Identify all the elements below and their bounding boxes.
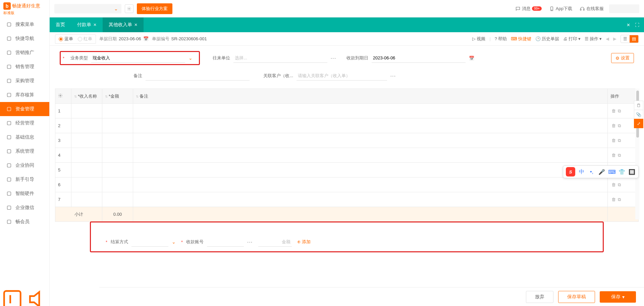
more-icon[interactable]: ···: [390, 73, 396, 79]
ime-punct-icon[interactable]: •,: [588, 168, 595, 175]
ime-skin-icon[interactable]: 👕: [618, 168, 626, 175]
ime-keyboard-icon[interactable]: ⌨: [608, 168, 615, 175]
sidebar-item-doc[interactable]: 经营管理: [0, 116, 49, 130]
sidebar-item-search[interactable]: 搜索菜单: [0, 17, 49, 32]
sidebar-item-vip[interactable]: 畅会员: [0, 215, 49, 229]
row-delete-icon[interactable]: 🗑: [610, 108, 617, 113]
view-list-icon[interactable]: ☰: [621, 35, 630, 43]
col-amount[interactable]: ⇅*金额: [102, 89, 133, 104]
sidebar-item-gift[interactable]: 营销推广: [0, 46, 49, 60]
form-area: * 业务类型 ⌄ 往来单位 ··· 收款到期日 📅: [50, 46, 644, 87]
biz-type-input[interactable]: [91, 53, 185, 63]
calendar-icon[interactable]: 📅: [143, 36, 149, 41]
tab[interactable]: 付款单✕: [71, 17, 103, 32]
float-expand-icon[interactable]: ⤢: [634, 119, 643, 128]
table-config-button[interactable]: [55, 89, 71, 104]
settle-method-input[interactable]: [131, 237, 168, 247]
table-row[interactable]: 6🗑⧉: [55, 177, 639, 192]
org-settings-button[interactable]: [125, 4, 133, 13]
radio-blue[interactable]: 蓝单: [59, 36, 73, 42]
print-button[interactable]: 🖨 打印 ▾: [563, 36, 581, 42]
sidebar-item-gear[interactable]: 系统管理: [0, 144, 49, 158]
calendar-icon[interactable]: 📅: [469, 56, 474, 61]
sidebar-item-chip[interactable]: 智能硬件: [0, 187, 49, 201]
sidebar-sound-icon[interactable]: [25, 293, 50, 306]
app-download-button[interactable]: App下载: [547, 6, 574, 12]
tab-close-icon[interactable]: ✕: [625, 21, 632, 29]
unit-input[interactable]: [233, 53, 327, 63]
shortcut-button[interactable]: ⌨ 快捷键: [511, 36, 531, 42]
user-profile[interactable]: [609, 4, 639, 13]
wechat-icon: [6, 205, 12, 211]
tab-label: 首页: [56, 22, 65, 28]
discard-button[interactable]: 放弃: [526, 291, 553, 303]
help-button[interactable]: ? 帮助: [495, 36, 507, 42]
ops-button[interactable]: ☰ 操作 ▾: [585, 36, 602, 42]
history-button[interactable]: 🕑 历史单据: [535, 36, 559, 42]
close-icon[interactable]: ✕: [134, 22, 138, 27]
more-icon[interactable]: ···: [331, 56, 336, 61]
settle-amount-input[interactable]: [258, 237, 292, 247]
row-delete-icon[interactable]: 🗑: [610, 182, 617, 187]
row-copy-icon[interactable]: ⧉: [617, 182, 622, 187]
online-service-button[interactable]: 在线客服: [578, 6, 606, 12]
table-row[interactable]: 2🗑⧉: [55, 118, 639, 133]
row-delete-icon[interactable]: 🗑: [610, 123, 617, 128]
ime-lang-button[interactable]: 中: [578, 168, 585, 175]
chevron-down-icon[interactable]: ⌄: [172, 239, 176, 245]
form-settings-button[interactable]: ⚙ 设置: [611, 53, 634, 63]
row-delete-icon[interactable]: 🗑: [610, 197, 617, 202]
sidebar-item-box[interactable]: 库存核算: [0, 88, 49, 102]
sidebar-item-money[interactable]: 资金管理: [0, 102, 49, 116]
row-copy-icon[interactable]: ⧉: [617, 108, 622, 113]
row-copy-icon[interactable]: ⧉: [617, 153, 622, 158]
chevron-down-icon[interactable]: ⌄: [189, 55, 193, 61]
ime-toolbox-icon[interactable]: 🔲: [628, 168, 636, 175]
sidebar-item-tag[interactable]: 销售管理: [0, 60, 49, 74]
table-row[interactable]: 7🗑⧉: [55, 192, 639, 207]
org-selector[interactable]: ⌄: [54, 4, 121, 13]
float-attach-icon[interactable]: 📎: [634, 110, 643, 119]
sidebar-item-rocket[interactable]: 新手引导: [0, 172, 49, 187]
table-row[interactable]: 5🗑⧉: [55, 163, 639, 177]
row-copy-icon[interactable]: ⧉: [617, 123, 622, 128]
col-income-name[interactable]: ⇅*收入名称: [71, 89, 102, 104]
experience-button[interactable]: 体验行业方案: [137, 3, 172, 14]
sidebar-item-info[interactable]: 基础信息: [0, 130, 49, 144]
sidebar-item-wechat[interactable]: 企业微信: [0, 201, 49, 215]
doc-date-value[interactable]: 2023-06-06: [119, 36, 141, 41]
sidebar-collapse-icon[interactable]: [0, 293, 25, 306]
view-form-icon[interactable]: ▤: [630, 35, 638, 43]
add-settle-button[interactable]: ⊕ 添加: [297, 239, 311, 245]
row-copy-icon[interactable]: ⧉: [617, 138, 622, 143]
prev-icon[interactable]: ◀: [606, 36, 609, 41]
sidebar-item-bag[interactable]: 采购管理: [0, 74, 49, 88]
ime-toolbar[interactable]: S 中 •, 🎤 ⌨ 👕 🔲: [563, 165, 639, 178]
video-button[interactable]: ▷ 视频: [472, 36, 485, 42]
messages-button[interactable]: 消息 99+: [513, 6, 544, 12]
relcust-input[interactable]: [297, 71, 387, 81]
table-row[interactable]: 1🗑⧉: [55, 104, 639, 118]
row-delete-icon[interactable]: 🗑: [610, 138, 617, 143]
tab[interactable]: 首页: [50, 17, 71, 32]
row-delete-icon[interactable]: 🗑: [610, 153, 617, 158]
remark-input[interactable]: [146, 71, 250, 81]
due-input[interactable]: [372, 53, 466, 63]
next-icon[interactable]: ▶: [613, 36, 616, 41]
row-copy-icon[interactable]: ⧉: [617, 197, 622, 202]
save-draft-button[interactable]: 保存草稿: [558, 291, 595, 303]
save-button[interactable]: 保存 ▾: [600, 291, 636, 303]
tab[interactable]: 其他收入单✕: [103, 17, 144, 32]
more-icon[interactable]: ···: [247, 240, 253, 245]
table-row[interactable]: 4🗑⧉: [55, 148, 639, 163]
sidebar-item-team[interactable]: 企业协同: [0, 158, 49, 172]
radio-red[interactable]: 红单: [78, 36, 92, 42]
close-icon[interactable]: ✕: [93, 22, 97, 27]
tab-expand-icon[interactable]: ⛶: [634, 21, 641, 29]
table-row[interactable]: 3🗑⧉: [55, 133, 639, 148]
ime-mic-icon[interactable]: 🎤: [598, 168, 605, 175]
sidebar-item-home[interactable]: 快捷导航: [0, 32, 49, 46]
float-note-icon[interactable]: 🗒: [634, 101, 643, 110]
col-remark[interactable]: ⇅备注: [133, 89, 608, 104]
settle-acct-input[interactable]: [207, 237, 244, 247]
